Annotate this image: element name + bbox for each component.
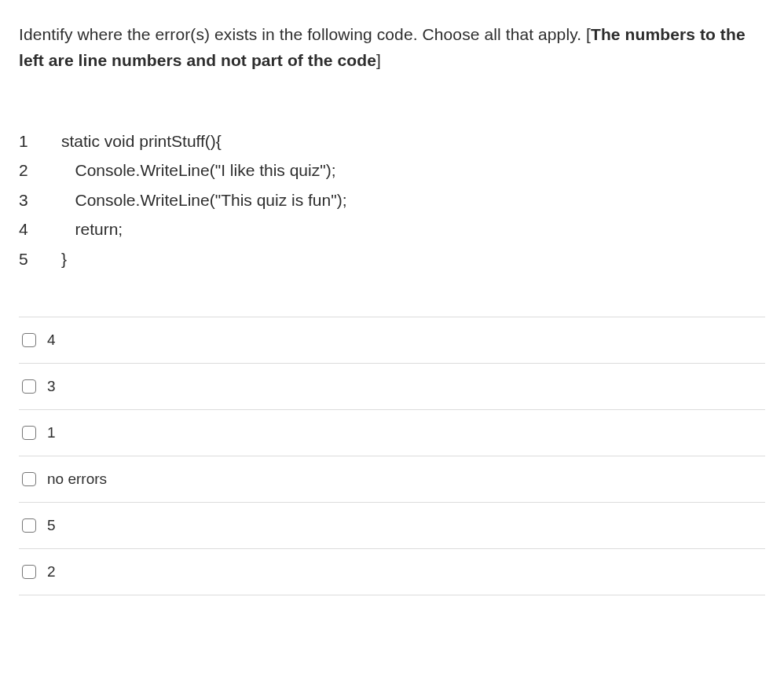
code-content: static void printStuff(){ xyxy=(61,126,222,156)
code-line: 1 static void printStuff(){ xyxy=(19,126,765,156)
checkbox[interactable] xyxy=(22,472,36,486)
line-number: 1 xyxy=(19,126,61,156)
option-label: 2 xyxy=(47,563,56,581)
code-line: 5 } xyxy=(19,244,765,273)
option-row[interactable]: 2 xyxy=(19,548,765,595)
checkbox[interactable] xyxy=(22,565,36,579)
line-number: 3 xyxy=(19,185,61,214)
question-prefix: Identify where the error(s) exists in th… xyxy=(19,25,591,43)
line-number: 4 xyxy=(19,214,61,244)
option-row[interactable]: 5 xyxy=(19,502,765,549)
option-row[interactable]: 3 xyxy=(19,363,765,410)
code-content: } xyxy=(61,244,67,273)
checkbox[interactable] xyxy=(22,333,36,347)
code-content: Console.WriteLine("This quiz is fun"); xyxy=(61,185,347,214)
option-label: no errors xyxy=(47,471,107,488)
option-row[interactable]: no errors xyxy=(19,456,765,503)
checkbox[interactable] xyxy=(22,379,36,394)
question-suffix: ] xyxy=(376,51,381,69)
option-label: 4 xyxy=(47,332,56,349)
option-label: 5 xyxy=(47,517,56,534)
option-row[interactable]: 4 xyxy=(19,317,765,364)
option-label: 3 xyxy=(47,378,56,395)
question-text: Identify where the error(s) exists in th… xyxy=(19,22,765,73)
checkbox[interactable] xyxy=(22,518,36,533)
code-block: 1 static void printStuff(){ 2 Console.Wr… xyxy=(19,126,765,273)
line-number: 2 xyxy=(19,156,61,185)
code-line: 3 Console.WriteLine("This quiz is fun"); xyxy=(19,185,765,214)
code-line: 2 Console.WriteLine("I like this quiz"); xyxy=(19,156,765,185)
code-content: Console.WriteLine("I like this quiz"); xyxy=(61,156,335,185)
option-row[interactable]: 1 xyxy=(19,409,765,456)
code-content: return; xyxy=(61,214,123,244)
option-label: 1 xyxy=(47,424,56,441)
answer-options: 4 3 1 no errors 5 2 xyxy=(19,317,765,595)
line-number: 5 xyxy=(19,244,61,273)
checkbox[interactable] xyxy=(22,426,36,440)
code-line: 4 return; xyxy=(19,214,765,244)
